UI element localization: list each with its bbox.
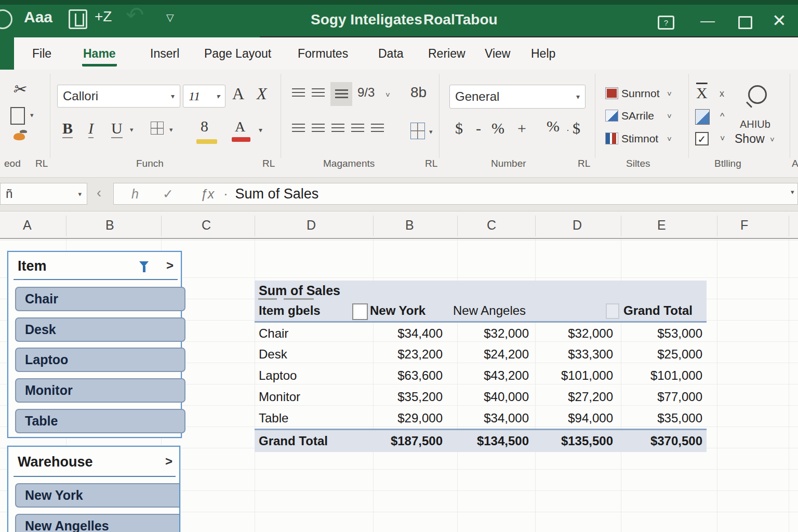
filter-icon[interactable] [139,261,149,267]
borders-icon[interactable] [151,122,164,135]
tab-insert[interactable]: Inserl [149,47,180,61]
slicer-expand-icon[interactable]: > [166,258,174,273]
caret-down-icon[interactable]: ▾ [576,92,580,101]
styles-dropdown-icon[interactable]: ˅ [667,89,672,98]
pivot-title-cell[interactable]: Sum of Sales [255,283,364,298]
column-header[interactable]: C [202,218,211,233]
font-color-bar[interactable] [232,137,250,142]
checkbox-icon[interactable]: ✓ [695,132,709,145]
row-label[interactable]: Grand Total [255,434,364,448]
spreadsheet-cell[interactable]: $32,000 [447,326,533,341]
column-header[interactable]: C [487,218,496,233]
column-header[interactable]: D [573,218,582,233]
column-separator[interactable] [161,216,162,236]
number-format-combo[interactable]: General ▾ [449,85,586,109]
spreadsheet-cell[interactable]: $94,000 [533,411,617,425]
increase-indent-icon[interactable] [371,124,384,132]
column-header[interactable]: E [657,218,666,233]
orientation-dropdown-icon[interactable]: ˅ [385,90,390,99]
styles-dropdown-icon[interactable]: ˅ [667,112,672,121]
align-middle-icon[interactable] [312,88,325,97]
slicer-item-laptop[interactable]: Laptoo [15,348,185,372]
name-box-dropdown-icon[interactable]: ▾ [78,190,82,198]
sort-icon[interactable]: ^ [720,111,724,122]
minus-button[interactable]: - [476,119,481,137]
slicer-item-desk[interactable]: Desk [15,317,185,342]
column-separator[interactable] [66,216,66,236]
dollar-style-button[interactable]: $ [573,119,580,137]
undo-icon[interactable]: ↶ [126,2,144,28]
orientation-icon[interactable]: 9/3 [357,85,375,100]
column-header[interactable]: B [405,218,414,233]
tab-page-layout[interactable]: Page Layout [203,47,272,61]
slicer-item-new-york[interactable]: New York [15,483,180,508]
spreadsheet-cell[interactable]: $187,500 [364,434,447,448]
increase-decimal-button[interactable]: + [517,119,526,137]
tab-formulas[interactable]: Formutes [297,47,349,61]
decrease-indent-icon[interactable] [351,124,364,132]
row-label[interactable]: Chair [255,326,364,341]
align-center-icon[interactable] [312,124,325,132]
tab-review[interactable]: Reriew [427,47,467,61]
spreadsheet-cell[interactable]: $23,200 [364,347,447,362]
font-name-combo[interactable]: Callori ▾ [57,85,180,108]
slicer-item-chair[interactable]: Chair [15,287,185,311]
font-dropdown-icon[interactable]: ▾ [259,126,262,134]
spreadsheet-cell[interactable]: $53,000 [617,326,707,341]
column-header[interactable]: A [23,218,32,233]
italic-button[interactable]: I [88,119,94,138]
styles-button-1[interactable]: Sunrnot [621,87,660,100]
spreadsheet-cell[interactable]: $35,000 [617,411,707,425]
format-painter-icon[interactable] [14,133,25,140]
formula-input[interactable]: h ✓ ƒx · Sum of Sales [113,183,798,205]
spreadsheet-cell[interactable]: $134,500 [447,434,533,448]
enter-icon[interactable]: ✓ [163,187,174,202]
align-top-icon[interactable] [292,88,305,97]
slicer-expand-icon[interactable]: > [165,454,172,469]
ribbon-display-options-icon[interactable]: ? [658,16,674,30]
tab-home[interactable]: Hame [82,47,117,66]
insert-function-icon[interactable]: h [131,187,139,202]
spreadsheet-cell[interactable]: $34,000 [447,411,533,425]
spreadsheet-cell[interactable]: $43,200 [447,368,533,383]
column-header[interactable]: F [740,218,748,233]
column-separator[interactable] [255,216,255,236]
fill-icon[interactable] [695,109,710,125]
close-button[interactable]: ✕ [772,10,787,31]
find-icon[interactable] [748,85,767,104]
shrink-font-button[interactable]: X [257,84,267,103]
font-color-icon[interactable]: A [235,118,245,135]
quick-access-dropdown-icon[interactable]: ▽ [166,11,174,23]
column-separator[interactable] [535,216,536,236]
slicer-item-table[interactable]: Table [15,409,185,433]
row-label[interactable]: Monitor [255,390,364,404]
spreadsheet-cell[interactable]: $32,000 [533,326,617,341]
column-separator[interactable] [621,216,621,236]
tab-file[interactable]: File [31,47,52,61]
percent-style-button[interactable]: % [547,117,560,135]
currency-format-button[interactable]: $ [455,119,463,137]
dialog-launcher[interactable]: RL [262,158,275,169]
row-label[interactable]: Laptoo [255,368,364,383]
merge-dropdown-icon[interactable]: ▾ [429,128,433,136]
col-header-new-york[interactable]: New York [364,303,447,318]
col-header-grand-total[interactable]: Grand Total [617,303,707,318]
fill-color-icon[interactable]: 8 [201,117,208,135]
spreadsheet-cell[interactable]: $40,000 [447,390,533,404]
percent-format-button[interactable]: % [491,119,504,137]
styles-button-2[interactable]: SArrile [621,110,654,122]
align-left-icon[interactable] [292,124,305,132]
bold-button[interactable]: B [62,119,73,138]
spreadsheet-cell[interactable]: $25,000 [617,347,707,362]
spreadsheet-cell[interactable]: $101,000 [617,368,707,383]
column-header[interactable]: D [307,218,316,233]
tab-data[interactable]: Data [377,47,405,61]
column-separator[interactable] [457,216,458,236]
column-separator[interactable] [373,216,374,236]
filter-dropdown-icon[interactable]: ˅ [720,134,725,143]
maximize-button[interactable] [738,16,752,29]
header-filter-box[interactable] [352,303,368,320]
dialog-launcher[interactable]: RL [425,158,437,169]
spreadsheet-cell[interactable]: $24,200 [447,347,533,362]
autosum-icon[interactable]: X [696,84,708,102]
